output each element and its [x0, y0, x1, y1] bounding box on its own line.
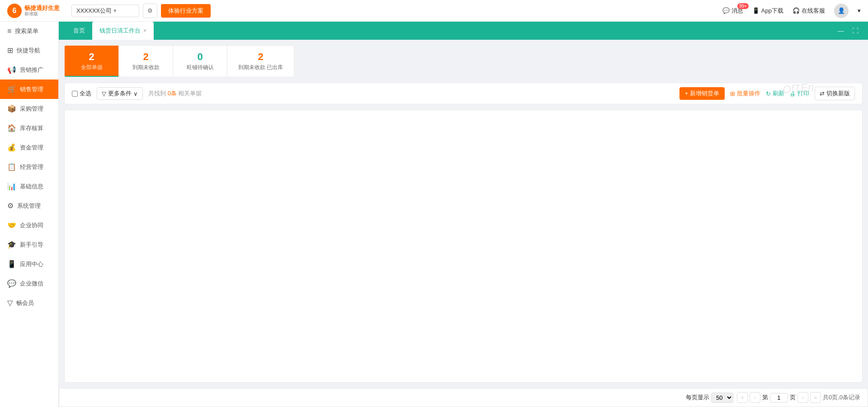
app-download-button[interactable]: 📱 App下载 — [752, 7, 783, 15]
finance-icon: 💰 — [7, 143, 16, 152]
batch-operation-button[interactable]: ⊞ 批量操作 — [730, 89, 760, 98]
operation-icon: 📋 — [7, 163, 16, 171]
batch-icon: ⊞ — [730, 90, 735, 97]
maximize-icon: ⛶ — [852, 27, 859, 34]
search-menu-icon: ≡ — [7, 27, 11, 35]
sidebar-item-finance[interactable]: 💰 资金管理 — [0, 138, 58, 157]
page-content: 2 全部单据 2 到期未收款 0 旺铺待确认 2 到期未收款 已出库 — [59, 40, 868, 388]
refresh-button[interactable]: ↻ 刷新 — [766, 89, 784, 98]
page-size-selector: 每页显示 50 — [686, 393, 733, 403]
vip-icon: ▽ — [7, 299, 13, 307]
stat-num-pending: 0 — [184, 51, 216, 63]
found-count: 0条 — [168, 90, 177, 97]
stat-tab-overdue[interactable]: 2 到期未收款 — [119, 46, 173, 77]
top-header: 6 畅捷通好生意 标准版 XXXXXX公司 ▾ ⚙ 体验行业方案 💬 消息 99… — [0, 0, 868, 22]
page-navigation: « ‹ 第 页 › » 共0页,0条记录 — [737, 392, 860, 403]
first-page-button[interactable]: « — [737, 392, 748, 403]
stat-num-shipped: 2 — [238, 51, 283, 63]
last-page-button[interactable]: » — [810, 392, 821, 403]
stat-label-overdue: 到期未收款 — [130, 64, 162, 71]
stat-num-overdue: 2 — [130, 51, 162, 63]
logo-text: 畅捷通好生意 标准版 — [24, 5, 60, 17]
download-icon: 📱 — [752, 7, 760, 14]
messages-button[interactable]: 💬 消息 99+ — [722, 7, 743, 15]
sidebar-item-inventory[interactable]: 🏠 库存核算 — [0, 118, 58, 138]
stats-tabs: 2 全部单据 2 到期未收款 0 旺铺待确认 2 到期未收款 已出库 — [64, 45, 294, 77]
stat-label-all: 全部单据 — [75, 64, 108, 71]
user-avatar[interactable]: 👤 — [834, 4, 849, 18]
tabs-bar: 首页 钱货日清工作台 × — ⛶ — [59, 22, 868, 40]
filter-icon: ▽ — [102, 90, 106, 97]
sidebar-item-purchase[interactable]: 📦 采购管理 — [0, 99, 58, 118]
company-name: XXXXXX公司 — [76, 7, 112, 15]
stat-tab-all[interactable]: 2 全部单据 — [65, 46, 119, 77]
sidebar: ≡ 搜索菜单 ⊞ 快捷导航 📢 营销推广 🛒 销售管理 📦 采购管理 🏠 库存核… — [0, 22, 59, 407]
wechat-icon: 💬 — [7, 279, 16, 288]
avatar-icon: 👤 — [838, 7, 845, 14]
company-selector[interactable]: XXXXXX公司 ▾ — [71, 5, 139, 17]
sidebar-item-sales[interactable]: 🛒 销售管理 — [0, 80, 58, 99]
stat-num-all: 2 — [75, 51, 108, 63]
purchase-icon: 📦 — [7, 104, 16, 113]
newbie-icon: 🎓 — [7, 240, 16, 249]
sidebar-item-wechat[interactable]: 💬 企业微信 — [0, 274, 58, 293]
settings-button[interactable]: ⚙ — [143, 4, 157, 18]
sidebar-item-enterprise[interactable]: 🤝 企业协同 — [0, 215, 58, 235]
page-size-select[interactable]: 50 — [711, 393, 733, 403]
tab-minimize-button[interactable]: — — [835, 25, 846, 36]
sidebar-item-system[interactable]: ⚙ 系统管理 — [0, 196, 58, 215]
print-button[interactable]: 🖨 打印 — [790, 89, 809, 98]
minus-icon: — — [838, 27, 844, 34]
sales-icon: 🛒 — [7, 85, 16, 94]
switch-icon: ⇄ — [820, 90, 825, 97]
stat-label-shipped: 到期未收款 已出库 — [238, 64, 283, 71]
app-center-icon: 📱 — [7, 260, 16, 268]
trial-button[interactable]: 体验行业方案 — [161, 4, 211, 18]
enterprise-icon: 🤝 — [7, 221, 16, 229]
more-filter-button[interactable]: ▽ 更多条件 ∨ — [97, 87, 143, 100]
online-service-button[interactable]: 🎧 在线客服 — [793, 7, 825, 15]
sidebar-item-vip[interactable]: ▽ 畅会员 — [0, 293, 58, 313]
new-sales-order-button[interactable]: + 新增销货单 — [679, 87, 725, 100]
page-number-input[interactable] — [770, 393, 788, 402]
prev-page-button[interactable]: ‹ — [750, 392, 760, 403]
total-records: 共0页,0条记录 — [823, 393, 860, 402]
switch-version-button[interactable]: ⇄ 切换新版 — [815, 87, 855, 100]
main-layout: ≡ 搜索菜单 ⊞ 快捷导航 📢 营销推广 🛒 销售管理 📦 采购管理 🏠 库存核… — [0, 22, 868, 407]
system-icon: ⚙ — [7, 201, 14, 210]
found-text: 共找到 0条 相关单据 — [148, 89, 202, 98]
select-all-checkbox[interactable]: 全选 — [72, 89, 91, 98]
sidebar-item-quick-nav[interactable]: ⊞ 快捷导航 — [0, 41, 58, 60]
chevron-down-icon: ∨ — [133, 90, 138, 97]
content-area: 首页 钱货日清工作台 × — ⛶ 2 全部单据 — [59, 22, 868, 407]
message-icon: 💬 — [722, 7, 730, 14]
inventory-icon: 🏠 — [7, 124, 16, 132]
refresh-icon: ↻ — [766, 90, 771, 97]
tab-home[interactable]: 首页 — [66, 22, 92, 40]
sidebar-item-marketing[interactable]: 📢 营销推广 — [0, 60, 58, 80]
headset-icon: 🎧 — [793, 7, 800, 14]
tab-maximize-button[interactable]: ⛶ — [850, 25, 861, 36]
next-page-button[interactable]: › — [797, 392, 808, 403]
toolbar: 全选 ▽ 更多条件 ∨ 共找到 0条 相关单据 + 新增销货单 ⊞ 批量操作 — [64, 83, 863, 104]
tab-close-icon[interactable]: × — [143, 28, 146, 34]
stat-tab-shipped[interactable]: 2 到期未收款 已出库 — [227, 46, 294, 77]
sidebar-item-app-center[interactable]: 📱 应用中心 — [0, 254, 58, 274]
sidebar-item-search-menu[interactable]: ≡ 搜索菜单 — [0, 22, 58, 41]
tab-active[interactable]: 钱货日清工作台 × — [92, 22, 154, 40]
sidebar-item-operation[interactable]: 📋 经营管理 — [0, 157, 58, 177]
marketing-icon: 📢 — [7, 65, 16, 74]
stat-tab-pending[interactable]: 0 旺铺待确认 — [173, 46, 227, 77]
messages-badge: 99+ — [737, 3, 749, 9]
pagination-bar: 每页显示 50 « ‹ 第 页 › » 共0页,0条记录 — [59, 388, 868, 407]
tabs-right-actions: — ⛶ — [835, 25, 861, 36]
chevron-down-icon: ▾ — [113, 7, 117, 14]
sidebar-item-basic-info[interactable]: 📊 基础信息 — [0, 177, 58, 196]
sidebar-item-newbie[interactable]: 🎓 新手引导 — [0, 235, 58, 254]
stat-underline — [65, 76, 118, 77]
quick-nav-icon: ⊞ — [7, 46, 13, 55]
select-all-input[interactable] — [72, 91, 78, 97]
data-table — [64, 110, 863, 383]
user-name[interactable]: ▾ — [858, 7, 861, 14]
gear-icon: ⚙ — [147, 7, 153, 14]
